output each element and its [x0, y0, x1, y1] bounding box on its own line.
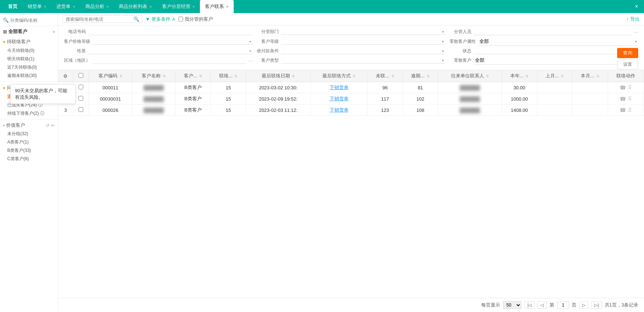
- col-contact[interactable]: 联络... ⇅: [211, 70, 246, 82]
- window-close-button[interactable]: ×: [632, 3, 641, 10]
- cell-action[interactable]: ☎ ⠿: [608, 105, 644, 116]
- tab-analysis-list[interactable]: 商品分析列表 ×: [114, 0, 157, 13]
- tab-analysis[interactable]: 商品分析 ×: [80, 0, 114, 13]
- sidebar-item-ungroup[interactable]: 未分组(32): [0, 130, 58, 138]
- col-code[interactable]: 客户编码 ⇅: [89, 70, 132, 82]
- more-conditions-btn[interactable]: ▼ 更多条件 ∧: [145, 16, 176, 23]
- select-customer-level[interactable]: ▾: [281, 39, 446, 45]
- tab-customer-contact[interactable]: 客户联系 ×: [200, 0, 233, 13]
- cell-contact: 15: [211, 105, 246, 116]
- my-customers-checkbox[interactable]: [178, 17, 183, 21]
- tab-sales[interactable]: 销货单 ×: [23, 0, 51, 13]
- row-checkbox-2[interactable]: [79, 107, 83, 112]
- input-region[interactable]: [92, 57, 246, 64]
- chevron-payment: ▾: [442, 49, 444, 53]
- filter-bar: 🔍 ▼ 更多条件 ∧ 我分管的客户 ↑ 导出: [58, 13, 644, 25]
- cell-action[interactable]: ☎ ⠿: [608, 82, 644, 93]
- col-last-month[interactable]: 上月... ⇅: [537, 70, 572, 82]
- col-last-method[interactable]: 最后联络方式 ⇅: [310, 70, 367, 82]
- export-button[interactable]: ↑ 导出: [627, 16, 640, 23]
- cell-last-method[interactable]: 下销货单: [310, 82, 367, 93]
- row-checkbox-0[interactable]: [79, 85, 83, 89]
- col-last-date[interactable]: 最后联络日期 ⇅: [246, 70, 311, 82]
- page-input[interactable]: [557, 301, 569, 309]
- sidebar-item-class-a[interactable]: A类客户(1): [0, 138, 58, 146]
- tab-analysis-close[interactable]: ×: [106, 4, 109, 9]
- action-more-icon[interactable]: ⠿: [628, 107, 632, 113]
- cell-check[interactable]: [73, 105, 89, 116]
- sidebar-item-today[interactable]: 今天待联络(0): [0, 46, 58, 55]
- action-more-icon[interactable]: ⠿: [628, 85, 632, 90]
- select-retail-attr-value: 全部: [479, 38, 489, 45]
- tab-purchase-close[interactable]: ×: [73, 4, 75, 9]
- sidebar-all-customers[interactable]: ⊞ 全部客户 «: [0, 26, 58, 37]
- sidebar-item-tomorrow[interactable]: 明天待联络(1): [0, 55, 58, 63]
- tooltip-text: 90天未交易的客户，可能有流失风险。: [15, 88, 58, 100]
- col-contacts[interactable]: 往来单位联系人 ⇅: [438, 70, 502, 82]
- select-customer-type[interactable]: ▾: [281, 58, 446, 64]
- tab-purchase[interactable]: 进货单 ×: [51, 0, 80, 13]
- cell-code: 00030031: [89, 93, 132, 105]
- sidebar-item-class-c[interactable]: C类客户(6): [0, 155, 58, 163]
- my-customers-filter[interactable]: 我分管的客户: [178, 16, 213, 23]
- select-retail-attr[interactable]: 全部 ▾: [478, 37, 638, 46]
- page-last-btn[interactable]: ▷|: [591, 301, 601, 309]
- select-payment[interactable]: ▾: [281, 48, 446, 54]
- page-next-btn[interactable]: ▷: [579, 301, 588, 309]
- col-this-year[interactable]: 本年... ⇅: [502, 70, 537, 82]
- tab-customer-mgmt-close[interactable]: ×: [193, 4, 195, 9]
- sidebar-search-input[interactable]: [10, 18, 55, 23]
- action-more-icon[interactable]: ⠿: [628, 96, 632, 102]
- select-status[interactable]: ▾: [474, 48, 638, 54]
- action-contact-icon[interactable]: ☎: [620, 85, 626, 90]
- select-all-checkbox[interactable]: [79, 73, 83, 78]
- chevron-nature: ▾: [249, 49, 251, 53]
- tab-sales-close[interactable]: ×: [44, 4, 46, 9]
- input-manager[interactable]: [474, 28, 632, 35]
- sidebar-item-overdue[interactable]: 逾期未联络(30): [0, 72, 58, 80]
- col-overdue[interactable]: 逾期... ⇅: [403, 70, 438, 82]
- col-settings[interactable]: ⚙: [58, 70, 73, 82]
- query-button[interactable]: 查询: [617, 48, 638, 58]
- tab-analysis-list-close[interactable]: ×: [149, 4, 152, 9]
- tab-home[interactable]: 首页: [3, 0, 23, 13]
- select-price-level[interactable]: ▾: [92, 39, 253, 45]
- export-label: 导出: [630, 16, 640, 23]
- select-dept[interactable]: ▾: [281, 29, 446, 35]
- cell-last-method[interactable]: 下销货单: [310, 105, 367, 116]
- tab-home-label: 首页: [8, 3, 17, 10]
- filter-search-icon[interactable]: 🔍: [133, 16, 139, 22]
- cell-this-month: [572, 105, 608, 116]
- sidebar-collapse-btn[interactable]: «: [53, 29, 55, 34]
- action-contact-icon[interactable]: ☎: [620, 96, 626, 102]
- sidebar-section-value[interactable]: ▾ 价值客户 ↺ ✏: [0, 121, 58, 130]
- sidebar-item-class-b[interactable]: B类客户(33): [0, 146, 58, 155]
- row-checkbox-1[interactable]: [79, 96, 83, 101]
- col-type[interactable]: 客户... ⇅: [175, 70, 210, 82]
- field-price-level: 客户价格等级 ▾: [64, 39, 253, 45]
- export-icon: ↑: [627, 16, 629, 22]
- settings-button[interactable]: 设置: [617, 60, 638, 69]
- page-prev-btn[interactable]: ◁: [538, 301, 547, 309]
- tab-customer-mgmt[interactable]: 客户分层经营 ×: [157, 0, 200, 13]
- col-no-contact[interactable]: 未联... ⇅: [367, 70, 403, 82]
- select-retail-customer[interactable]: 全部 ▾: [474, 56, 638, 65]
- dots-manager[interactable]: ···: [634, 29, 638, 35]
- page-first-btn[interactable]: |◁: [524, 301, 535, 309]
- input-phone[interactable]: [88, 28, 253, 35]
- per-page-select[interactable]: 501020100: [503, 301, 522, 309]
- tab-customer-contact-close[interactable]: ×: [226, 4, 228, 9]
- cell-type: B类客户: [175, 105, 210, 116]
- cell-action[interactable]: ☎ ⠿: [608, 93, 644, 105]
- filter-search-input[interactable]: [66, 17, 133, 22]
- dots-region[interactable]: ···: [248, 58, 253, 64]
- select-nature[interactable]: ▾: [88, 48, 253, 54]
- col-this-month[interactable]: 本月... ⇅: [572, 70, 608, 82]
- top-right-actions: 查询 设置: [617, 48, 638, 69]
- col-name[interactable]: 客户名称 ⇅: [132, 70, 175, 82]
- action-contact-icon[interactable]: ☎: [620, 107, 626, 113]
- cell-last-method[interactable]: 下销货单: [310, 93, 367, 105]
- sidebar-item-declining[interactable]: 持续下滑客户(2) ⓘ: [0, 109, 58, 118]
- sidebar-section-pending[interactable]: ▾ 待联络客户: [0, 37, 58, 46]
- sidebar-item-7days[interactable]: 近7天待联络(0): [0, 63, 58, 72]
